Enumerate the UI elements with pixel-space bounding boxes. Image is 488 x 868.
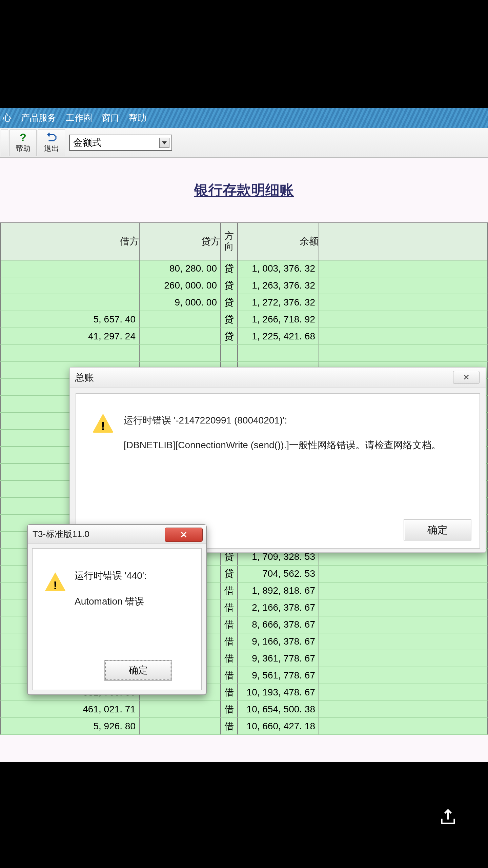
col-header-debit: 借方 xyxy=(0,223,139,260)
cell-rest xyxy=(319,328,488,345)
cell-rest xyxy=(319,260,488,277)
ok-button[interactable]: 确定 xyxy=(404,519,471,540)
cell-credit xyxy=(139,311,221,328)
cell-direction: 贷 xyxy=(221,277,238,294)
cell-rest xyxy=(319,294,488,311)
cell-direction: 借 xyxy=(221,667,238,684)
table-row[interactable]: 5, 926. 80借10, 660, 427. 18 xyxy=(0,718,488,735)
cell-direction: 贷 xyxy=(221,260,238,277)
cell-balance: 9, 361, 778. 67 xyxy=(238,650,319,667)
menu-item[interactable]: 产品服务 xyxy=(20,111,58,125)
cell-balance: 8, 666, 378. 67 xyxy=(238,616,319,633)
share-icon[interactable] xyxy=(439,808,458,827)
cell-debit xyxy=(0,294,139,311)
cell-direction xyxy=(221,345,238,362)
error-line-2: Automation 错误 xyxy=(75,593,193,610)
help-icon: ? xyxy=(20,132,26,143)
table-row[interactable]: 260, 000. 00贷1, 263, 376. 32 xyxy=(0,277,488,294)
cell-balance: 1, 225, 421. 68 xyxy=(238,328,319,345)
col-header-credit: 贷方 xyxy=(139,223,221,260)
cell-balance: 9, 561, 778. 67 xyxy=(238,667,319,684)
cell-rest xyxy=(319,311,488,328)
cell-debit xyxy=(0,260,139,277)
cell-credit: 80, 280. 00 xyxy=(139,260,221,277)
table-row[interactable] xyxy=(0,345,488,362)
display-mode-value: 金额式 xyxy=(73,136,102,149)
cell-balance: 1, 892, 818. 67 xyxy=(238,582,319,599)
cell-direction: 借 xyxy=(221,650,238,667)
cell-direction: 借 xyxy=(221,582,238,599)
cell-rest xyxy=(319,718,488,735)
col-header-balance: 余额 xyxy=(238,223,319,260)
cell-balance: 10, 193, 478. 67 xyxy=(238,684,319,701)
error-line-1: 运行时错误 '-2147220991 (80040201)': xyxy=(124,413,466,428)
cell-balance: 10, 654, 500. 38 xyxy=(238,701,319,718)
table-row[interactable]: 5, 657. 40贷1, 266, 718. 92 xyxy=(0,311,488,328)
menu-item[interactable]: 工作圈 xyxy=(64,111,94,125)
cell-debit xyxy=(0,345,139,362)
error-line-1: 运行时错误 '440': xyxy=(75,568,193,584)
cell-direction: 借 xyxy=(221,633,238,650)
cell-rest xyxy=(319,616,488,633)
table-row[interactable]: 80, 280. 00贷1, 003, 376. 32 xyxy=(0,260,488,277)
cell-credit: 9, 000. 00 xyxy=(139,294,221,311)
cell-rest xyxy=(319,633,488,650)
toolbar: ? 帮助 ⮌ 退出 金额式 xyxy=(0,128,488,158)
warning-icon xyxy=(45,572,66,591)
cell-debit xyxy=(0,277,139,294)
table-row[interactable]: 461, 021. 71借10, 654, 500. 38 xyxy=(0,701,488,718)
table-header-row: 借方 贷方 方向 余额 xyxy=(0,223,488,260)
error-line-2: [DBNETLIB][ConnectionWrite (send()).]一般性… xyxy=(124,438,466,452)
dialog-close-button[interactable]: ✕ xyxy=(453,371,480,384)
cell-debit: 461, 021. 71 xyxy=(0,701,139,718)
cell-direction: 贷 xyxy=(221,311,238,328)
cell-credit xyxy=(139,701,221,718)
cell-balance: 1, 272, 376. 32 xyxy=(238,294,319,311)
cell-rest xyxy=(319,701,488,718)
cell-direction: 贷 xyxy=(221,294,238,311)
cell-rest xyxy=(319,599,488,616)
col-header-direction: 方向 xyxy=(221,223,238,260)
ok-button[interactable]: 确定 xyxy=(105,660,171,680)
cell-balance: 1, 003, 376. 32 xyxy=(238,260,319,277)
col-header-rest xyxy=(319,223,488,260)
display-mode-select[interactable]: 金额式 xyxy=(69,135,172,151)
cell-rest xyxy=(319,667,488,684)
dialog-close-button[interactable]: ✕ xyxy=(165,528,203,542)
cell-credit xyxy=(139,345,221,362)
title-area: 银行存款明细账 xyxy=(0,158,488,222)
menu-item[interactable]: 窗口 xyxy=(100,111,121,125)
cell-debit: 5, 926. 80 xyxy=(0,718,139,735)
cell-balance: 1, 263, 376. 32 xyxy=(238,277,319,294)
dialog-body: 运行时错误 '440': Automation 错误 确定 xyxy=(32,548,202,690)
cell-credit xyxy=(139,718,221,735)
cell-balance: 1, 266, 718. 92 xyxy=(238,311,319,328)
cell-balance: 10, 660, 427. 18 xyxy=(238,718,319,735)
cell-rest xyxy=(319,565,488,582)
table-row[interactable]: 9, 000. 00贷1, 272, 376. 32 xyxy=(0,294,488,311)
error-dialog-automation: T3-标准版11.0 ✕ 运行时错误 '440': Automation 错误 … xyxy=(27,524,207,695)
chevron-down-icon xyxy=(159,138,169,148)
menu-item[interactable]: 心 xyxy=(1,111,13,125)
exit-button[interactable]: ⮌ 退出 xyxy=(38,129,65,156)
help-button[interactable]: ? 帮助 xyxy=(9,129,37,156)
exit-label: 退出 xyxy=(44,143,59,154)
cell-direction: 借 xyxy=(221,718,238,735)
cell-direction: 贷 xyxy=(221,328,238,345)
cell-balance: 9, 166, 378. 67 xyxy=(238,633,319,650)
cell-rest xyxy=(319,345,488,362)
cell-direction: 贷 xyxy=(221,565,238,582)
cell-debit: 41, 297. 24 xyxy=(0,328,139,345)
cell-debit: 5, 657. 40 xyxy=(0,311,139,328)
cell-rest xyxy=(319,277,488,294)
cell-credit xyxy=(139,328,221,345)
cell-direction: 借 xyxy=(221,616,238,633)
page-title: 银行存款明细账 xyxy=(194,181,294,200)
cell-balance: 704, 562. 53 xyxy=(238,565,319,582)
cell-balance xyxy=(238,345,319,362)
warning-icon xyxy=(93,414,114,433)
help-label: 帮助 xyxy=(16,143,30,154)
table-row[interactable]: 41, 297. 24贷1, 225, 421. 68 xyxy=(0,328,488,345)
menu-item[interactable]: 帮助 xyxy=(127,111,148,125)
cell-direction: 借 xyxy=(221,701,238,718)
